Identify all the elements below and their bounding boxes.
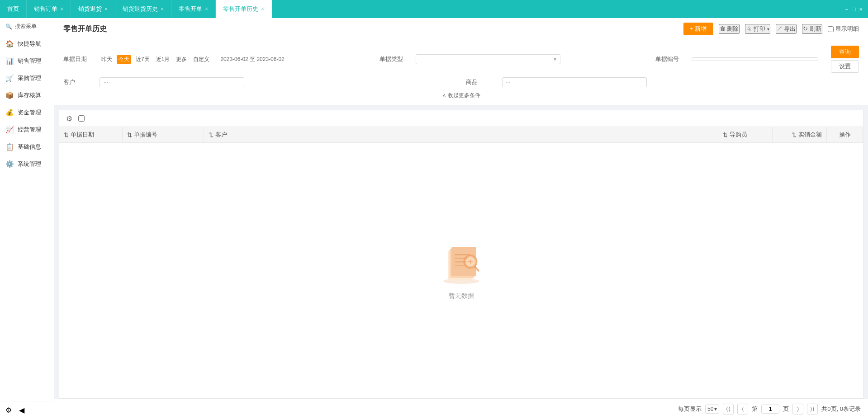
date-opt-昨天[interactable]: 昨天 [100, 55, 114, 64]
page-end-label: 页 [783, 405, 789, 413]
date-opt-近1月[interactable]: 近1月 [154, 55, 172, 64]
sidebar-item-finance[interactable]: 💰资金管理 [0, 104, 54, 121]
sidebar-search[interactable]: 🔍 搜索采单 [0, 18, 54, 35]
content-area: 零售开单历史 + 新增 🗑 删除 🖨 打印 ▾ ↗ 导出 ↻ 刷新 [54, 18, 868, 419]
col-customer[interactable]: ⇅ 客户 [204, 127, 718, 142]
tab-close-sales-return[interactable]: × [104, 6, 108, 12]
search-icon: 🔍 [5, 24, 12, 30]
page-number-input[interactable] [761, 405, 779, 414]
nav-tab-sales-return-history[interactable]: 销货退货历史× [115, 0, 171, 18]
nav-tab-retail-open[interactable]: 零售开单× [171, 0, 216, 18]
sidebar-item-quick-nav[interactable]: 🏠快捷导航 [0, 35, 54, 52]
date-range-text: 2023-06-02 至 2023-06-02 [220, 56, 284, 63]
date-options: 昨天今天近7天近1月更多自定义 [100, 55, 211, 64]
settings-button[interactable]: 设置 [831, 60, 859, 73]
num-filter-label: 单据编号 [655, 55, 683, 63]
nav-tabs: 首页销售订单×销货退货×销货退货历史×零售开单×零售开单历史× [0, 0, 840, 18]
query-button[interactable]: 查询 [831, 46, 859, 58]
col-num[interactable]: ⇅ 单据编号 [123, 127, 204, 142]
main-layout: 🔍 搜索采单 🏠快捷导航📊销售管理🛒采购管理📦库存核算💰资金管理📈经营管理📋基础… [0, 18, 868, 419]
customer-dots: ··· [104, 79, 108, 85]
sidebar-bottom: ⚙ ◀ [0, 401, 54, 419]
per-page-label: 每页显示 [678, 405, 702, 413]
type-filter-label: 单据类型 [379, 55, 407, 63]
nav-tab-sales-return[interactable]: 销货退货× [71, 0, 115, 18]
date-opt-近7天[interactable]: 近7天 [134, 55, 152, 64]
close-button[interactable]: × [859, 6, 863, 13]
print-button[interactable]: 🖨 打印 ▾ [745, 24, 770, 34]
table-toolbar-row: ⚙ [59, 110, 863, 127]
empty-illustration [434, 241, 489, 287]
print-arrow-icon: ▾ [767, 27, 769, 32]
first-page-btn[interactable]: ⟨⟨ [723, 404, 734, 414]
empty-text: 暂无数据 [449, 292, 474, 300]
window-controls: − □ × [840, 6, 868, 13]
refresh-button[interactable]: ↻ 刷新 [802, 24, 822, 34]
pagination: 每页显示 50 ▾ ⟨⟨ ⟨ 第 页 ⟩ ⟩⟩ 共0页, 0条记录 [54, 399, 868, 419]
table-header: ⇅ 单据日期 ⇅ 单据编号 ⇅ 客户 ⇅ 导购员 ⇅ 实销金额 [59, 127, 863, 143]
date-filter-label: 单据日期 [63, 55, 90, 63]
sidebar-item-inventory[interactable]: 📦库存核算 [0, 87, 54, 104]
prev-page-btn[interactable]: ⟨ [737, 404, 748, 414]
export-button[interactable]: ↗ 导出 [776, 24, 797, 34]
date-opt-更多[interactable]: 更多 [174, 55, 189, 64]
sidebar-item-basic-info[interactable]: 📋基础信息 [0, 138, 54, 155]
type-filter-select[interactable]: ▾ [416, 54, 560, 64]
sidebar-items-container: 🏠快捷导航📊销售管理🛒采购管理📦库存核算💰资金管理📈经营管理📋基础信息⚙️系统管… [0, 35, 54, 173]
tab-close-retail-history[interactable]: × [261, 6, 264, 12]
filter-area: 单据日期 昨天今天近7天近1月更多自定义 2023-06-02 至 2023-0… [54, 40, 868, 105]
tab-close-retail-open[interactable]: × [205, 6, 208, 12]
next-page-btn[interactable]: ⟩ [792, 404, 803, 414]
toolbar: + 新增 🗑 删除 🖨 打印 ▾ ↗ 导出 ↻ 刷新 显示明细 [683, 23, 859, 35]
sidebar-item-purchase-mgmt[interactable]: 🛒采购管理 [0, 70, 54, 87]
minimize-button[interactable]: − [845, 6, 849, 13]
sidebar: 🔍 搜索采单 🏠快捷导航📊销售管理🛒采购管理📦库存核算💰资金管理📈经营管理📋基础… [0, 18, 54, 419]
page-title: 零售开单历史 [63, 24, 107, 34]
delete-button[interactable]: 🗑 删除 [719, 24, 740, 34]
col-amount[interactable]: ⇅ 实销金额 [773, 127, 827, 142]
sidebar-collapse-icon[interactable]: ◀ [19, 406, 24, 414]
table-area: ⚙ ⇅ 单据日期 ⇅ 单据编号 ⇅ 客户 ⇅ 导购员 [59, 110, 863, 399]
per-page-select[interactable]: 50 ▾ [705, 405, 719, 414]
sidebar-settings-icon[interactable]: ⚙ [5, 406, 12, 414]
page-label: 第 [752, 405, 758, 413]
table-settings-icon[interactable]: ⚙ [64, 113, 75, 124]
tab-close-sales-return-history[interactable]: × [161, 6, 164, 12]
date-opt-自定义[interactable]: 自定义 [191, 55, 211, 64]
top-navigation: 首页销售订单×销货退货×销货退货历史×零售开单×零售开单历史× − □ × [0, 0, 868, 18]
num-filter-input[interactable] [692, 57, 818, 61]
filter-row-1: 单据日期 昨天今天近7天近1月更多自定义 2023-06-02 至 2023-0… [63, 46, 859, 73]
add-button[interactable]: + 新增 [683, 23, 713, 35]
sidebar-item-sys-mgmt[interactable]: ⚙️系统管理 [0, 155, 54, 173]
nav-tab-retail-history[interactable]: 零售开单历史× [216, 0, 272, 18]
display-detail-checkbox[interactable]: 显示明细 [828, 25, 859, 33]
maximize-button[interactable]: □ [852, 6, 856, 13]
goods-filter-label: 商品 [466, 78, 493, 86]
col-date[interactable]: ⇅ 单据日期 [59, 127, 123, 142]
customer-filter-select[interactable]: ··· [100, 77, 244, 87]
col-action: 操作 [827, 127, 863, 142]
customer-filter-label: 客户 [63, 78, 90, 86]
date-opt-今天[interactable]: 今天 [117, 55, 131, 64]
tab-close-sales-order[interactable]: × [60, 6, 63, 12]
sidebar-item-operations[interactable]: 📈经营管理 [0, 121, 54, 138]
filter-row-2: 客户 ··· 商品 ··· [63, 77, 859, 87]
col-guide[interactable]: ⇅ 导购员 [718, 127, 773, 142]
goods-dots: ··· [506, 79, 511, 85]
total-label: 共0页, 0条记录 [821, 405, 861, 413]
sidebar-search-label: 搜索采单 [15, 23, 37, 30]
empty-state: 暂无数据 [59, 143, 863, 398]
select-all-checkbox[interactable] [78, 115, 85, 122]
sidebar-item-sales-mgmt[interactable]: 📊销售管理 [0, 52, 54, 70]
last-page-btn[interactable]: ⟩⟩ [807, 404, 818, 414]
goods-filter-select[interactable]: ··· [502, 77, 647, 87]
page-header: 零售开单历史 + 新增 🗑 删除 🖨 打印 ▾ ↗ 导出 ↻ 刷新 [54, 18, 868, 40]
collapse-more-btn[interactable]: ∧ 收起更多条件 [63, 92, 859, 99]
nav-tab-sales-order[interactable]: 销售订单× [27, 0, 71, 18]
nav-tab-home[interactable]: 首页 [0, 0, 27, 18]
type-select-arrow: ▾ [554, 56, 556, 62]
